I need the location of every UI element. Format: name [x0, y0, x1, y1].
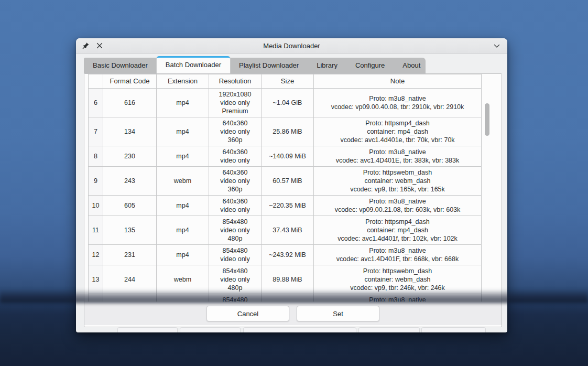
- background-button-partial: [421, 327, 486, 332]
- note-cell: Proto: httpswebm_dashcontainer: webm_das…: [314, 265, 482, 294]
- vertical-scrollbar-thumb[interactable]: [485, 103, 489, 136]
- background-button-partial: [117, 327, 178, 332]
- note-cell: Proto: m3u8_nativevcodec: avc1.4D401F, t…: [314, 245, 482, 265]
- background-button-row: [84, 327, 501, 332]
- tab-configure[interactable]: Configure: [346, 58, 394, 73]
- format-code-cell: 244: [103, 265, 157, 294]
- header-note: Note: [314, 74, 482, 89]
- extension-cell: mp4: [157, 146, 209, 167]
- format-table: Format Code Extension Resolution Size No…: [88, 74, 482, 302]
- size-cell: ~140.09 MiB: [262, 146, 314, 167]
- table-row[interactable]: 7134mp4640x360video only360p25.86 MiBPro…: [89, 117, 482, 146]
- chevron-down-icon[interactable]: [493, 42, 500, 50]
- table-header-row: Format Code Extension Resolution Size No…: [89, 74, 482, 89]
- size-cell: 25.86 MiB: [262, 117, 314, 146]
- row-index-cell: 6: [89, 89, 103, 117]
- header-size: Size: [262, 74, 314, 89]
- resolution-cell: 854x480: [209, 294, 262, 302]
- window-title: Media Downloader: [76, 42, 507, 50]
- row-index-cell: 7: [89, 117, 103, 146]
- note-cell: Proto: m3u8_nativevcodec: vp09.00.21.08,…: [314, 196, 482, 216]
- extension-cell: mp4: [157, 216, 209, 245]
- table-row[interactable]: 13244webm854x480video only480p89.88 MiBP…: [89, 265, 482, 294]
- format-code-cell: 605: [103, 196, 157, 216]
- tab-bar: Basic Downloader Batch Downloader Playli…: [84, 58, 426, 73]
- table-row[interactable]: 11135mp4854x480video only480p37.43 MiBPr…: [89, 216, 482, 245]
- format-code-cell: 134: [103, 117, 157, 146]
- row-index-cell: [89, 294, 103, 302]
- format-code-cell: 231: [103, 245, 157, 265]
- titlebar: Media Downloader: [76, 38, 507, 53]
- note-cell: Proto: httpswebm_dashcontainer: webm_das…: [314, 167, 482, 196]
- extension-cell: webm: [157, 167, 209, 196]
- size-cell: [262, 294, 314, 302]
- table-row[interactable]: 6616mp41920x1080video onlyPremium~1.04 G…: [89, 89, 482, 117]
- media-downloader-window: Media Downloader Basic Downloader Batch …: [76, 38, 507, 332]
- table-row[interactable]: 12231mp4854x480video only~243.92 MiBProt…: [89, 245, 482, 265]
- size-cell: ~220.35 MiB: [262, 196, 314, 216]
- format-selector-panel: Format Code Extension Resolution Size No…: [84, 73, 502, 327]
- tab-basic-downloader[interactable]: Basic Downloader: [84, 58, 157, 73]
- format-code-cell: 616: [103, 89, 157, 117]
- format-code-cell: 135: [103, 216, 157, 245]
- row-index-cell: 11: [89, 216, 103, 245]
- note-cell: Proto: httpsmp4_dashcontainer: mp4_dashv…: [314, 117, 482, 146]
- format-code-cell: [103, 294, 157, 302]
- extension-cell: mp4: [157, 89, 209, 117]
- format-table-body: 6616mp41920x1080video onlyPremium~1.04 G…: [89, 89, 482, 302]
- background-button-partial: [180, 327, 241, 332]
- row-index-cell: 8: [89, 146, 103, 167]
- resolution-cell: 640x360video only360p: [209, 117, 262, 146]
- background-button-partial: [358, 327, 420, 332]
- extension-cell: mp4: [157, 117, 209, 146]
- dialog-footer: Cancel Set: [84, 302, 502, 325]
- table-row[interactable]: 9243webm640x360video only360p60.57 MiBPr…: [89, 167, 482, 196]
- header-extension: Extension: [157, 74, 209, 89]
- resolution-cell: 854x480video only480p: [209, 265, 262, 294]
- note-cell: Proto: httpsmp4_dashcontainer: mp4_dashv…: [314, 216, 482, 245]
- extension-cell: mp4: [157, 196, 209, 216]
- size-cell: ~243.92 MiB: [262, 245, 314, 265]
- resolution-cell: 640x360video only: [209, 146, 262, 167]
- tab-playlist-downloader[interactable]: Playlist Downloader: [230, 58, 308, 73]
- size-cell: ~1.04 GiB: [262, 89, 314, 117]
- resolution-cell: 640x360video only: [209, 196, 262, 216]
- set-button[interactable]: Set: [297, 306, 379, 321]
- size-cell: 89.88 MiB: [262, 265, 314, 294]
- header-resolution: Resolution: [209, 74, 262, 89]
- tab-batch-downloader[interactable]: Batch Downloader: [157, 56, 230, 73]
- extension-cell: [157, 294, 209, 302]
- format-code-cell: 230: [103, 146, 157, 167]
- tab-library[interactable]: Library: [308, 58, 346, 73]
- resolution-cell: 640x360video only360p: [209, 167, 262, 196]
- extension-cell: webm: [157, 265, 209, 294]
- table-row[interactable]: 10605mp4640x360video only~220.35 MiBProt…: [89, 196, 482, 216]
- table-row[interactable]: 8230mp4640x360video only~140.09 MiBProto…: [89, 146, 482, 167]
- background-button-partial: [243, 327, 356, 332]
- header-format-code: Format Code: [103, 74, 157, 89]
- size-cell: 37.43 MiB: [262, 216, 314, 245]
- header-corner-cell: [89, 74, 103, 89]
- format-table-viewport: Format Code Extension Resolution Size No…: [84, 74, 502, 302]
- note-cell: Proto: m3u8_nativevcodec: avc1.4D401E, t…: [314, 146, 482, 167]
- format-code-cell: 243: [103, 167, 157, 196]
- desktop-background: Media Downloader Basic Downloader Batch …: [0, 0, 588, 366]
- tab-about[interactable]: About: [394, 58, 429, 73]
- note-cell: Proto: m3u8_nativevcodec: vp09.00.40.08,…: [314, 89, 482, 117]
- resolution-cell: 1920x1080video onlyPremium: [209, 89, 262, 117]
- cancel-button[interactable]: Cancel: [206, 306, 289, 321]
- row-index-cell: 9: [89, 167, 103, 196]
- row-index-cell: 13: [89, 265, 103, 294]
- table-row[interactable]: 854x480Proto: m3u8_native: [89, 294, 482, 302]
- note-cell: Proto: m3u8_native: [314, 294, 482, 302]
- resolution-cell: 854x480video only: [209, 245, 262, 265]
- row-index-cell: 12: [89, 245, 103, 265]
- size-cell: 60.57 MiB: [262, 167, 314, 196]
- resolution-cell: 854x480video only480p: [209, 216, 262, 245]
- extension-cell: mp4: [157, 245, 209, 265]
- row-index-cell: 10: [89, 196, 103, 216]
